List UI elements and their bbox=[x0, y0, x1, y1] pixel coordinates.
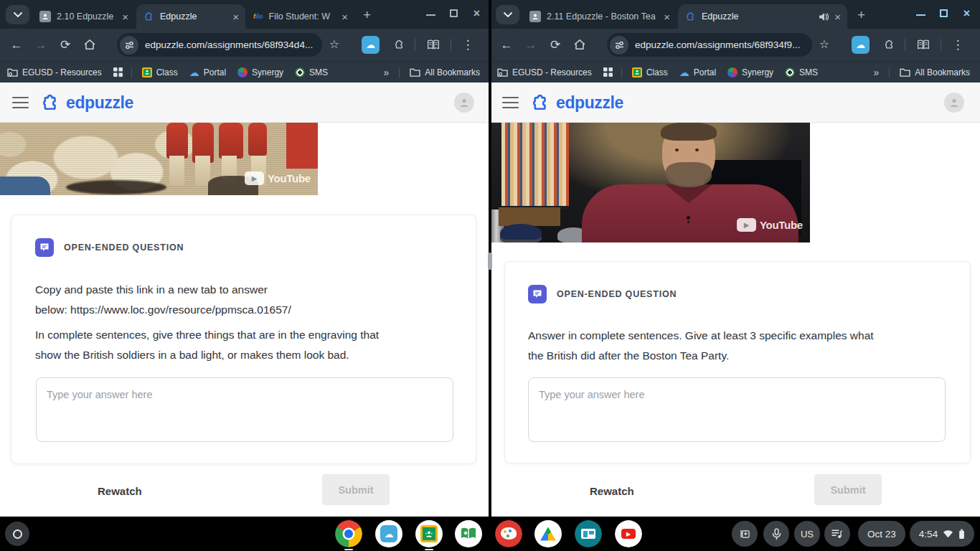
maximize-button[interactable] bbox=[939, 9, 948, 18]
securly-extension-icon[interactable]: ☁ bbox=[852, 36, 870, 54]
tab-title: 2.11 Edpuzzle - Boston Tea Pa bbox=[547, 11, 658, 22]
reading-list-icon[interactable] bbox=[917, 39, 930, 50]
microphone-tray-button[interactable] bbox=[763, 521, 789, 547]
tab-211-edpuzzle[interactable]: 2.11 Edpuzzle - Boston Tea Pa × bbox=[523, 4, 677, 29]
address-bar[interactable]: edpuzzle.com/assignments/68f934f9... bbox=[607, 33, 812, 57]
address-bar[interactable]: edpuzzle.com/assignments/68f934d4... bbox=[117, 33, 322, 57]
tab-close-icon[interactable]: × bbox=[232, 11, 239, 22]
rewatch-button[interactable]: Rewatch bbox=[98, 485, 142, 497]
securly-extension-icon[interactable]: ☁ bbox=[362, 36, 380, 54]
portal-app[interactable]: ☁ bbox=[375, 520, 402, 547]
bookmark-apps-grid-icon[interactable] bbox=[603, 67, 613, 77]
bookmark-sms[interactable]: SMS bbox=[785, 67, 818, 77]
minimize-button[interactable] bbox=[426, 9, 435, 18]
reload-button[interactable]: ⟳ bbox=[60, 39, 70, 51]
art-app[interactable] bbox=[495, 520, 522, 547]
tab-close-icon[interactable]: × bbox=[341, 11, 348, 22]
browser-window-right: 2.11 Edpuzzle - Boston Tea Pa × Edpuzzle… bbox=[490, 0, 980, 517]
extensions-puzzle-icon[interactable] bbox=[393, 39, 405, 51]
all-bookmarks-folder[interactable]: All Bookmarks bbox=[900, 67, 970, 77]
keyboard-layout-button[interactable]: US bbox=[794, 521, 820, 547]
avatar[interactable] bbox=[944, 93, 964, 113]
toolbar-divider bbox=[905, 39, 905, 51]
bookmark-portal[interactable]: ☁ Portal bbox=[189, 67, 226, 77]
browser-menu-kebab-icon[interactable]: ⋮ bbox=[952, 39, 964, 51]
sms-ring-icon bbox=[295, 67, 305, 77]
new-tab-button[interactable]: + bbox=[363, 8, 371, 22]
submit-button[interactable]: Submit bbox=[322, 474, 390, 505]
bookmark-sms[interactable]: SMS bbox=[295, 67, 328, 77]
reading-list-icon[interactable] bbox=[427, 39, 440, 50]
library-book-app[interactable] bbox=[455, 520, 482, 547]
bookmark-class[interactable]: Class bbox=[142, 67, 178, 77]
tab-210-edpuzzle[interactable]: 2.10 Edpuzzle - × bbox=[33, 4, 135, 29]
synergy-pinwheel-icon bbox=[727, 67, 738, 77]
open-ended-question-icon bbox=[35, 238, 54, 257]
status-area[interactable]: 4:54 bbox=[910, 521, 974, 547]
menu-hamburger-icon[interactable] bbox=[502, 97, 519, 108]
drive-app[interactable] bbox=[534, 520, 562, 547]
tab-search-caret-button[interactable] bbox=[496, 5, 519, 24]
teal-card-app-icon bbox=[575, 520, 602, 547]
tab-audio-icon[interactable] bbox=[819, 12, 829, 22]
bookmark-star-icon[interactable]: ☆ bbox=[819, 39, 829, 50]
youtube-app[interactable]: ▶ bbox=[615, 520, 642, 547]
edpuzzle-logo[interactable]: edpuzzle bbox=[39, 92, 133, 113]
tab-close-icon[interactable]: × bbox=[664, 11, 670, 22]
video-player[interactable]: ▶ YouTube bbox=[0, 123, 318, 195]
browser-menu-kebab-icon[interactable]: ⋮ bbox=[462, 39, 474, 51]
media-card-app[interactable] bbox=[575, 520, 602, 547]
submit-button[interactable]: Submit bbox=[814, 474, 882, 505]
all-bookmarks-folder[interactable]: All Bookmarks bbox=[410, 67, 480, 77]
answer-input[interactable] bbox=[528, 377, 946, 442]
screen-capture-tray-button[interactable] bbox=[732, 521, 758, 547]
home-button[interactable] bbox=[574, 39, 586, 50]
bookmarks-overflow-chevron[interactable]: » bbox=[874, 67, 880, 78]
window-close-button[interactable]: × bbox=[962, 9, 971, 18]
new-tab-button[interactable]: + bbox=[857, 8, 865, 22]
bookmark-portal[interactable]: ☁ Portal bbox=[679, 67, 716, 77]
tab-filo-student[interactable]: filo Filo Student: W × bbox=[247, 4, 354, 29]
video-player[interactable]: ▶ YouTube bbox=[490, 123, 810, 242]
youtube-play-icon: ▶ bbox=[737, 218, 756, 232]
window-close-button[interactable]: × bbox=[472, 9, 481, 18]
answer-input[interactable] bbox=[36, 377, 453, 442]
bookmark-class[interactable]: Class bbox=[632, 67, 668, 77]
youtube-watermark[interactable]: ▶ YouTube bbox=[245, 171, 311, 185]
calendar-date-button[interactable]: Oct 23 bbox=[858, 521, 905, 547]
bookmark-synergy[interactable]: Synergy bbox=[727, 67, 773, 77]
bookmarks-overflow-chevron[interactable]: » bbox=[384, 67, 390, 78]
youtube-watermark[interactable]: ▶ YouTube bbox=[737, 218, 803, 232]
classroom-app[interactable] bbox=[415, 520, 443, 547]
tab-search-caret-button[interactable] bbox=[6, 5, 29, 24]
minimize-button[interactable] bbox=[916, 9, 925, 18]
back-button[interactable]: ← bbox=[501, 39, 513, 51]
split-view-resize-handle[interactable] bbox=[488, 253, 492, 270]
edpuzzle-logo[interactable]: edpuzzle bbox=[529, 92, 623, 113]
avatar[interactable] bbox=[454, 93, 474, 113]
media-controls-button[interactable] bbox=[824, 521, 850, 547]
edpuzzle-header: edpuzzle bbox=[490, 83, 980, 123]
bookmark-folder-egusd[interactable]: EGUSD - Resources bbox=[497, 67, 592, 77]
tab-edpuzzle-active[interactable]: Edpuzzle × bbox=[678, 4, 847, 29]
extensions-puzzle-icon[interactable] bbox=[883, 39, 895, 51]
home-button[interactable] bbox=[84, 39, 96, 50]
chrome-app[interactable] bbox=[335, 520, 362, 547]
bookmark-apps-grid-icon[interactable] bbox=[113, 67, 123, 77]
bookmark-synergy[interactable]: Synergy bbox=[237, 67, 283, 77]
site-info-icon[interactable] bbox=[610, 36, 628, 55]
tab-edpuzzle-active[interactable]: Edpuzzle × bbox=[136, 4, 245, 29]
launcher-button[interactable] bbox=[5, 522, 29, 546]
menu-hamburger-icon[interactable] bbox=[12, 97, 29, 108]
bookmark-star-icon[interactable]: ☆ bbox=[329, 39, 339, 50]
site-info-icon[interactable] bbox=[120, 36, 138, 55]
tab-close-icon[interactable]: × bbox=[122, 11, 128, 22]
back-button[interactable]: ← bbox=[11, 39, 23, 51]
url-text: edpuzzle.com/assignments/68f934f9... bbox=[635, 39, 800, 50]
tab-close-icon[interactable]: × bbox=[834, 11, 841, 22]
reload-button[interactable]: ⟳ bbox=[550, 39, 560, 51]
bookmark-folder-egusd[interactable]: EGUSD - Resources bbox=[7, 67, 102, 77]
maximize-button[interactable] bbox=[449, 9, 458, 18]
rewatch-button[interactable]: Rewatch bbox=[590, 485, 634, 497]
folder-icon bbox=[900, 67, 910, 77]
